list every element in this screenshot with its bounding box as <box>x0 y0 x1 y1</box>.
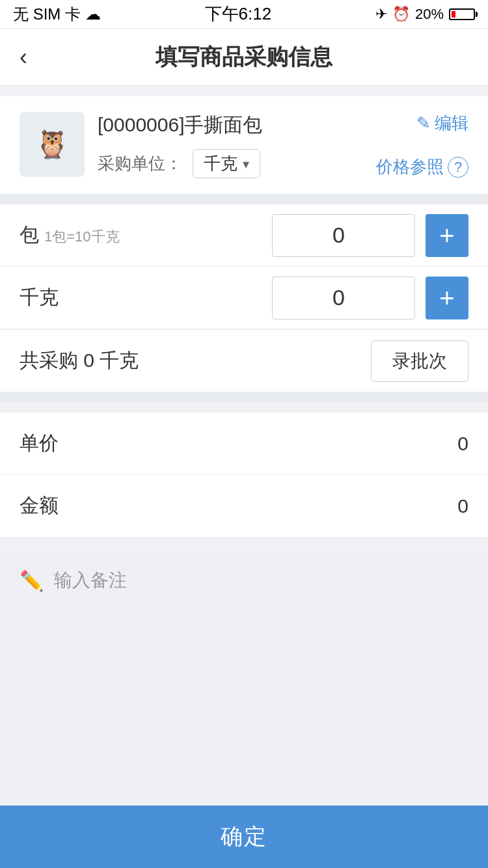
kg-quantity-input[interactable] <box>272 277 415 319</box>
bag-sublabel: 1包=10千克 <box>44 227 120 247</box>
price-reference-button[interactable]: 价格参照 ? <box>376 156 468 178</box>
confirm-button[interactable]: 确定 <box>0 806 488 868</box>
unit-value: 千克 <box>204 152 237 175</box>
kg-input-row: 千克 + <box>0 267 488 329</box>
kg-input-field: + <box>59 277 468 319</box>
total-row: 共采购 0 千克 录批次 <box>0 329 488 392</box>
kg-plus-button[interactable]: + <box>426 277 468 319</box>
total-text: 共采购 0 千克 <box>20 347 139 374</box>
unit-price-row: 单价 0 <box>0 413 488 475</box>
edit-icon: ✎ <box>416 113 431 133</box>
section-divider-1 <box>0 194 488 204</box>
status-left: 无 SIM 卡 ☁ <box>13 4 101 25</box>
battery-percent: 20% <box>415 6 444 23</box>
pencil-icon: ✏️ <box>20 569 44 592</box>
edit-button[interactable]: ✎ 编辑 <box>416 112 468 135</box>
unit-price-value: 0 <box>457 433 468 455</box>
unit-price-label: 单价 <box>20 430 59 457</box>
alarm-icon: ⏰ <box>392 6 410 23</box>
product-logo: 🦉 <box>35 131 69 158</box>
product-card: 🦉 [0000006]手撕面包 采购单位： 千克 ▾ ✎ 编辑 价格参照 ? <box>0 96 488 194</box>
bag-plus-button[interactable]: + <box>426 214 468 257</box>
nav-bar: ‹ 填写商品采购信息 <box>0 29 488 86</box>
unit-select[interactable]: 千克 ▾ <box>193 149 260 178</box>
kg-label: 千克 <box>20 284 59 311</box>
remarks-section[interactable]: ✏️ 输入备注 <box>0 548 488 613</box>
help-icon: ? <box>448 157 468 178</box>
product-thumbnail: 🦉 <box>20 112 85 177</box>
no-sim-text: 无 SIM 卡 ☁ <box>13 4 101 25</box>
total-value: 0 <box>83 349 94 371</box>
amount-value: 0 <box>457 495 468 517</box>
page-title: 填写商品采购信息 <box>156 42 332 72</box>
status-bar: 无 SIM 卡 ☁ 下午6:12 ✈ ⏰ 20% <box>0 0 488 29</box>
location-icon: ✈ <box>375 6 387 23</box>
bag-quantity-input[interactable] <box>272 214 415 257</box>
battery-fill <box>452 11 455 18</box>
price-section: 单价 0 金额 0 <box>0 413 488 537</box>
battery-icon <box>449 8 475 20</box>
amount-label: 金额 <box>20 493 59 519</box>
content-area <box>0 613 488 808</box>
status-right: ✈ ⏰ 20% <box>375 6 475 23</box>
input-section: 包 1包=10千克 + 千克 + 共采购 0 千克 录批次 <box>0 204 488 392</box>
unit-label: 采购单位： <box>98 152 182 175</box>
bag-input-row: 包 1包=10千克 + <box>0 204 488 267</box>
dropdown-arrow-icon: ▾ <box>243 156 249 172</box>
product-name: [0000006]手撕面包 <box>98 112 468 139</box>
back-button[interactable]: ‹ <box>20 44 27 71</box>
amount-row: 金额 0 <box>0 475 488 537</box>
bag-input-field: + <box>120 214 468 257</box>
remarks-placeholder: 输入备注 <box>54 568 127 593</box>
batch-button[interactable]: 录批次 <box>371 340 468 382</box>
status-time: 下午6:12 <box>205 3 272 25</box>
section-divider-2 <box>0 392 488 402</box>
bag-label: 包 1包=10千克 <box>20 222 120 249</box>
